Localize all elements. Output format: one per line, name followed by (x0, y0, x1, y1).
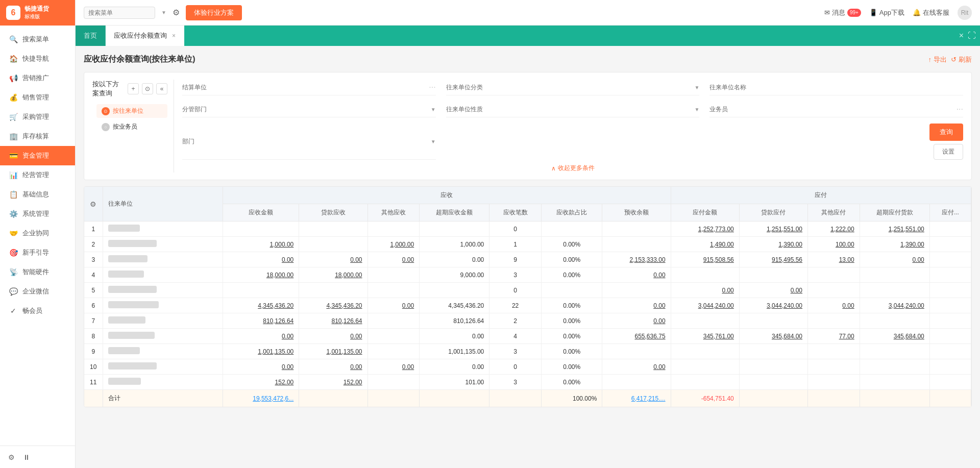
sidebar-item-purchase[interactable]: 🛒 采购管理 (0, 107, 75, 127)
table-cell[interactable]: 18,000.00 (299, 267, 368, 283)
table-cell[interactable]: 2,153,333.00 (602, 252, 671, 267)
table-cell[interactable]: 915,508.56 (671, 252, 739, 267)
table-cell[interactable]: 345,684.00 (860, 329, 929, 344)
export-button[interactable]: ↑ 导出 (928, 55, 947, 64)
settings-button[interactable]: 设置 (934, 144, 963, 160)
sidebar-item-sales[interactable]: 💰 销售管理 (0, 88, 75, 107)
table-cell[interactable]: 3,044,240.00 (860, 298, 929, 313)
refresh-button[interactable]: ↺ 刷新 (951, 55, 972, 64)
sidebar-item-nav[interactable]: 🏠 快捷导航 (0, 49, 75, 68)
header-gear-icon[interactable]: ⚙ (173, 8, 180, 17)
sidebar-item-finance[interactable]: 💳 资金管理 (0, 146, 75, 165)
customer-service-btn[interactable]: 🔔 在线客服 (913, 8, 949, 17)
salesperson-input[interactable] (744, 106, 952, 113)
table-cell[interactable]: 1,252,773.00 (671, 221, 739, 237)
table-cell[interactable]: 0.00 (299, 252, 368, 267)
table-cell[interactable]: 4,345,436.20 (299, 298, 368, 313)
settlement-dots-icon[interactable]: ··· (429, 83, 435, 92)
manage-dept-chevron[interactable]: ▼ (431, 107, 436, 112)
customer-category-input[interactable] (487, 84, 691, 91)
sidebar-item-inventory[interactable]: 🏢 库存核算 (0, 127, 75, 146)
customer-nature-input[interactable] (487, 106, 691, 113)
table-cell[interactable]: 0.00 (368, 359, 420, 375)
table-cell[interactable]: 13.00 (808, 252, 860, 267)
sidebar-settings-btn[interactable]: ⚙ (8, 453, 15, 461)
table-cell[interactable]: 0.00 (223, 252, 299, 267)
table-cell[interactable]: 3,044,240.00 (739, 298, 807, 313)
table-cell[interactable]: 345,761.00 (671, 329, 739, 344)
salesperson-dots-icon[interactable]: ··· (957, 105, 963, 114)
table-cell[interactable]: 345,684.00 (739, 329, 807, 344)
table-cell[interactable]: 100.00 (808, 237, 860, 252)
add-filter-btn[interactable]: + (128, 83, 139, 94)
table-cell[interactable]: 1,490.00 (671, 237, 739, 252)
close-window-icon[interactable]: × (959, 31, 964, 40)
department-input[interactable] (217, 138, 427, 145)
collapse-more-btn[interactable]: ∧ 收起更多条件 (182, 164, 963, 173)
table-cell[interactable]: 0.00 (602, 267, 671, 283)
table-cell[interactable]: 0.00 (223, 359, 299, 375)
table-cell[interactable]: 1,001,135.00 (299, 344, 368, 359)
user-menu[interactable]: Rit (958, 6, 972, 20)
tab-close-icon[interactable]: × (172, 32, 176, 39)
table-cell[interactable]: 655,636.75 (602, 329, 671, 344)
table-cell[interactable]: 810,126.64 (299, 313, 368, 329)
table-scroll[interactable]: ⚙ 往来单位 应收 应付 应收金额 贷款应收 其他应收 超期应收金额 应收笔数 (84, 187, 971, 407)
table-cell[interactable]: 18,000.00 (223, 267, 299, 283)
sidebar-item-marketing[interactable]: 📢 营销推广 (0, 68, 75, 88)
sidebar-item-system[interactable]: ⚙️ 系统管理 (0, 204, 75, 224)
table-cell[interactable]: 0.00 (299, 359, 368, 375)
table-cell[interactable]: 152.00 (299, 375, 368, 390)
table-cell[interactable]: 0.00 (223, 329, 299, 344)
header-chevron-icon[interactable]: ▼ (161, 10, 166, 15)
tab-home[interactable]: 首页 (76, 26, 106, 46)
table-cell[interactable]: 1,251,551.00 (860, 221, 929, 237)
manage-dept-input[interactable] (217, 106, 427, 113)
table-cell[interactable]: 1,222.00 (808, 221, 860, 237)
filter-settings-btn[interactable]: ⊙ (142, 83, 153, 94)
sidebar-item-member[interactable]: ✓ 畅会员 (0, 301, 75, 321)
table-cell[interactable]: 1,000.00 (368, 237, 420, 252)
table-cell[interactable]: 1,390.00 (739, 237, 807, 252)
sidebar-item-basic[interactable]: 📋 基础信息 (0, 185, 75, 204)
table-cell[interactable]: 0.00 (368, 298, 420, 313)
settlement-unit-input[interactable] (217, 84, 425, 91)
customer-nature-chevron[interactable]: ▼ (694, 107, 699, 112)
footer-ar-prepay[interactable]: 6,417,215.... (602, 390, 671, 407)
table-cell[interactable]: 3,044,240.00 (671, 298, 739, 313)
footer-ar-amount[interactable]: 19,553,472,6... (223, 390, 299, 407)
table-cell[interactable]: 0.00 (860, 252, 929, 267)
trial-button[interactable]: 体验行业方案 (186, 5, 242, 20)
filter-collapse-btn[interactable]: « (156, 83, 167, 94)
table-cell[interactable]: 1,251,551.00 (739, 221, 807, 237)
filter-option-by-customer[interactable]: ⊙ 按往来单位 (96, 104, 167, 118)
table-cell[interactable]: 77.00 (808, 329, 860, 344)
sidebar-item-collab[interactable]: 🤝 企业协同 (0, 224, 75, 243)
app-download-btn[interactable]: 📱 App下载 (869, 8, 904, 17)
table-cell[interactable]: 0.00 (602, 298, 671, 313)
department-chevron[interactable]: ▼ (431, 139, 436, 144)
table-cell[interactable]: 0.00 (368, 252, 420, 267)
customer-name-input[interactable] (750, 84, 963, 91)
query-button[interactable]: 查询 (929, 124, 963, 141)
table-cell[interactable]: 0.00 (299, 329, 368, 344)
table-cell[interactable]: 0.00 (602, 359, 671, 375)
tab-ar-ap[interactable]: 应收应付余额查询 × (106, 26, 184, 46)
table-cell[interactable]: 810,126.64 (223, 313, 299, 329)
table-settings-icon[interactable]: ⚙ (90, 200, 96, 208)
table-cell[interactable]: 915,495.56 (739, 252, 807, 267)
table-cell[interactable]: 0.00 (808, 298, 860, 313)
table-cell[interactable]: 0.00 (602, 313, 671, 329)
sidebar-item-operation[interactable]: 📊 经营管理 (0, 165, 75, 185)
table-cell[interactable]: 0.00 (671, 283, 739, 298)
filter-option-by-salesperson[interactable]: ○ 按业务员 (96, 120, 167, 134)
table-cell[interactable]: 1,001,135.00 (223, 344, 299, 359)
messages-btn[interactable]: ✉ 消息 99+ (824, 8, 861, 17)
search-menu-input[interactable] (84, 7, 155, 19)
table-cell[interactable]: 152.00 (223, 375, 299, 390)
table-cell[interactable]: 1,000.00 (223, 237, 299, 252)
maximize-icon[interactable]: ⛶ (968, 31, 976, 40)
sidebar-item-wechat[interactable]: 💬 企业微信 (0, 282, 75, 301)
table-cell[interactable]: 0.00 (739, 283, 807, 298)
sidebar-item-hardware[interactable]: 📡 智能硬件 (0, 262, 75, 282)
